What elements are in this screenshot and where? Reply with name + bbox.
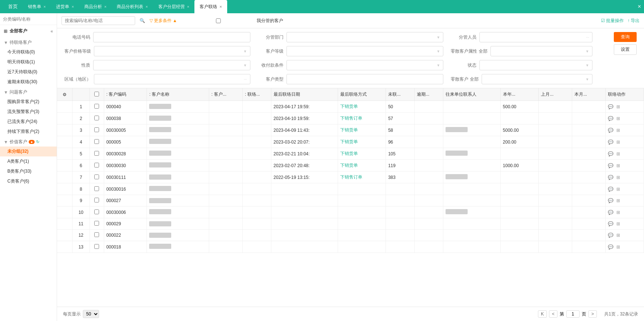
row-last-method[interactable] [338, 241, 386, 253]
sidebar-item-churn-warning[interactable]: 流失预警客户(3) [0, 107, 57, 117]
close-customer-contact-tab[interactable]: × [219, 4, 222, 9]
row-check[interactable] [89, 113, 104, 124]
batch-operation-button[interactable]: ☑ 批量操作 [601, 18, 624, 24]
row-check[interactable] [89, 136, 104, 148]
more-conditions-button[interactable]: ▽ 更多条件 ▲ [149, 18, 177, 24]
row-last-method[interactable] [338, 195, 386, 207]
sidebar-item-abnormal[interactable]: 囤购异常客户(2) [0, 97, 57, 107]
prev-page-button[interactable]: < [549, 310, 557, 318]
my-customers-checkbox-label[interactable]: 我分管的客户 [182, 18, 283, 24]
close-product-analysis-tab[interactable]: × [104, 4, 106, 9]
grid-action-icon[interactable]: ⊞ [616, 140, 620, 145]
sidebar-item-overdue-pending[interactable]: 逾期未联络(30) [0, 77, 57, 87]
overdue-col-header[interactable]: 逾期... [415, 88, 443, 101]
person-input[interactable]: ··· [479, 32, 592, 42]
sidebar-item-type-a[interactable]: A类客户(1) [0, 156, 57, 166]
sidebar-search-input[interactable] [3, 17, 57, 22]
nav-purchase[interactable]: 进货单 × [51, 0, 79, 13]
sidebar-item-churned[interactable]: 已流失客户(24) [0, 117, 57, 127]
row-last-method[interactable]: 下销售订单 [338, 113, 386, 124]
last-date-col-header[interactable]: 最后联络日期 [271, 88, 338, 101]
sidebar-item-tomorrow-pending[interactable]: 明天待联络(1) [0, 57, 57, 67]
chat-icon[interactable]: 💬 [608, 198, 613, 203]
nav-sales[interactable]: 销售单 × [23, 0, 51, 13]
phone-input[interactable] [93, 32, 250, 42]
per-page-select[interactable]: 50 [83, 310, 99, 318]
row-last-method[interactable]: 下销货单 [338, 148, 386, 160]
row-last-method[interactable]: 下销售订单 [338, 172, 386, 183]
payment-input[interactable]: ▼ [286, 60, 444, 70]
type-col-header[interactable]: : 客户... [209, 88, 243, 101]
row-check[interactable] [89, 195, 104, 207]
row-check[interactable] [89, 172, 104, 183]
sidebar-item-type-b[interactable]: B类客户(33) [0, 166, 57, 176]
chat-icon[interactable]: 💬 [608, 233, 613, 238]
chat-icon[interactable]: 💬 [608, 187, 613, 192]
row-check[interactable] [89, 207, 104, 218]
this-year-col-header[interactable]: 本年... [500, 88, 539, 101]
grid-action-icon[interactable]: ⊞ [616, 175, 620, 180]
row-last-method[interactable]: 下销货单 [338, 124, 386, 136]
close-all-tabs[interactable]: × [638, 3, 641, 10]
export-button[interactable]: ↑ 导出 [627, 18, 640, 24]
close-product-analysis-list-tab[interactable]: × [145, 4, 148, 9]
current-page-input[interactable] [566, 310, 580, 318]
chat-icon[interactable]: 💬 [608, 116, 613, 121]
sidebar-all-customers[interactable]: ⊞ 全部客户 « [0, 25, 57, 37]
chat-icon[interactable]: 💬 [608, 140, 613, 145]
grid-action-icon[interactable]: ⊞ [616, 244, 620, 250]
grid-action-icon[interactable]: ⊞ [616, 151, 620, 156]
grid-action-icon[interactable]: ⊞ [616, 128, 620, 133]
grid-action-icon[interactable]: ⊞ [616, 221, 620, 226]
sidebar-item-type-c[interactable]: C类客户(6) [0, 176, 57, 186]
row-last-method[interactable]: 下销货单 [338, 136, 386, 148]
nav-home[interactable]: 首页 [3, 0, 23, 13]
chat-icon[interactable]: 💬 [608, 151, 613, 156]
chat-icon[interactable]: 💬 [608, 128, 613, 133]
chat-icon[interactable]: 💬 [608, 221, 613, 226]
check-col-header[interactable] [89, 88, 104, 101]
row-check[interactable] [89, 101, 104, 113]
nav-product-analysis[interactable]: 商品分析 × [79, 0, 112, 13]
row-last-method[interactable] [338, 183, 386, 195]
nav-customer-contact[interactable]: 客户联络 × [194, 0, 227, 13]
row-last-method[interactable] [338, 207, 386, 218]
row-check[interactable] [89, 241, 104, 253]
name-col-header[interactable]: : 客户名称 [147, 88, 209, 101]
chat-icon[interactable]: 💬 [608, 175, 613, 180]
status-input[interactable]: ▼ [479, 60, 592, 70]
sparse-attr-input[interactable]: ▼ [490, 46, 592, 56]
grid-action-icon[interactable]: ⊞ [616, 104, 620, 109]
row-check[interactable] [89, 230, 104, 241]
grid-action-icon[interactable]: ⊞ [616, 233, 620, 238]
contact-col-header[interactable]: : 联络... [242, 88, 271, 101]
close-customer-segment-tab[interactable]: × [187, 4, 189, 9]
grid-action-icon[interactable]: ⊞ [616, 116, 620, 121]
row-last-method[interactable] [338, 218, 386, 230]
nav-product-analysis-list[interactable]: 商品分析列表 × [112, 0, 153, 13]
row-last-method[interactable]: 下销货单 [338, 160, 386, 172]
last-month-col-header[interactable]: 上月... [539, 88, 572, 101]
uncontacted-col-header[interactable]: 未联... [386, 88, 415, 101]
close-purchase-tab[interactable]: × [71, 4, 74, 9]
settings-col-header[interactable]: ⚙ [57, 88, 73, 101]
sidebar-item-declining[interactable]: 持续下滑客户(2) [0, 127, 57, 137]
grid-action-icon[interactable]: ⊞ [616, 163, 620, 168]
select-all-checkbox[interactable] [94, 92, 99, 96]
this-month-col-header[interactable]: 本月... [572, 88, 606, 101]
nav-customer-segment[interactable]: 客户分层经营 × [153, 0, 194, 13]
row-last-method[interactable] [338, 230, 386, 241]
row-check[interactable] [89, 218, 104, 230]
first-page-button[interactable]: K [538, 310, 547, 318]
dept-input[interactable]: ▼ [286, 32, 444, 42]
reset-button[interactable]: 设置 [614, 44, 637, 55]
refresh-icon[interactable]: ↻ [36, 140, 39, 144]
nature-input[interactable]: ▼ [93, 60, 250, 70]
chat-icon[interactable]: 💬 [608, 104, 613, 109]
biz-contact-col-header[interactable]: 往来单位联系人 [443, 88, 500, 101]
row-last-method[interactable]: 下销货单 [338, 101, 386, 113]
chat-icon[interactable]: 💬 [608, 210, 613, 215]
row-check[interactable] [89, 124, 104, 136]
row-check[interactable] [89, 160, 104, 172]
row-check[interactable] [89, 183, 104, 195]
